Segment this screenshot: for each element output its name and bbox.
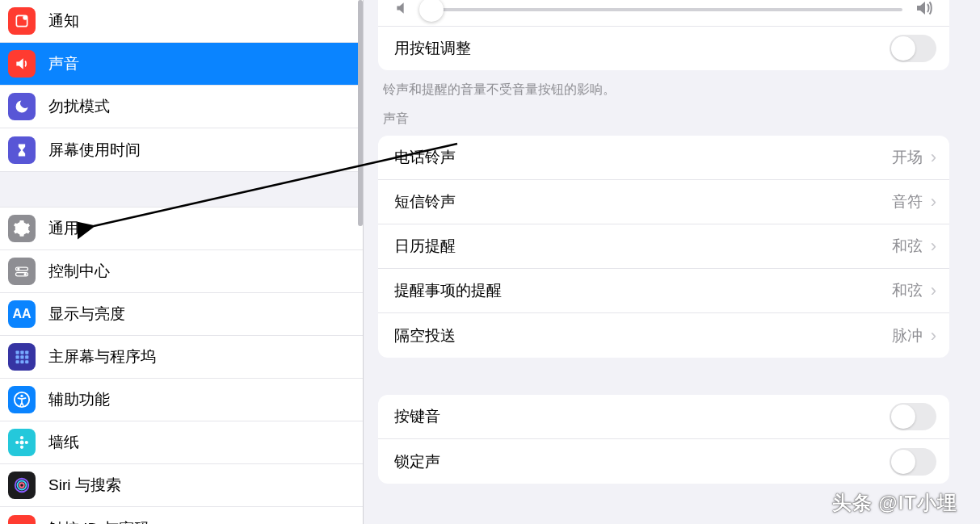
moon-icon bbox=[8, 93, 36, 120]
gear-icon bbox=[8, 215, 36, 242]
chevron-right-icon: › bbox=[931, 147, 936, 168]
svg-point-1 bbox=[23, 15, 27, 20]
svg-rect-6 bbox=[16, 351, 19, 354]
accessibility-icon bbox=[8, 386, 36, 413]
sidebar-item-label: 屏幕使用时间 bbox=[48, 140, 141, 161]
sidebar-item-label: 声音 bbox=[48, 53, 79, 74]
sidebar-item-siri[interactable]: Siri 与搜索 bbox=[0, 464, 363, 507]
settings-sidebar: 通知 声音 勿扰模式 屏幕使用时间 通用 bbox=[0, 0, 364, 524]
toggle-keyboard-clicks[interactable] bbox=[890, 403, 936, 430]
sidebar-item-label: 通知 bbox=[48, 10, 79, 31]
sidebar-item-label: 触控 ID 与密码 bbox=[48, 518, 149, 525]
row-label: 按键音 bbox=[394, 406, 440, 427]
sidebar-item-homescreen[interactable]: 主屏幕与程序坞 bbox=[0, 336, 363, 379]
svg-point-21 bbox=[25, 441, 28, 444]
chevron-right-icon: › bbox=[931, 280, 936, 301]
sidebar-item-label: 控制中心 bbox=[48, 261, 110, 282]
row-reminder-alert[interactable]: 提醒事项的提醒 和弦 › bbox=[378, 269, 949, 313]
sidebar-item-notifications[interactable]: 通知 bbox=[0, 0, 363, 43]
row-label: 锁定声 bbox=[394, 451, 440, 472]
watermark: 头条 @IT小埋 bbox=[832, 490, 957, 516]
row-value: 音符 bbox=[892, 191, 923, 212]
svg-point-17 bbox=[20, 441, 24, 445]
sidebar-item-label: 勿扰模式 bbox=[48, 96, 110, 117]
grid-icon bbox=[8, 343, 36, 371]
svg-point-5 bbox=[24, 273, 27, 275]
volume-slider-thumb[interactable] bbox=[419, 0, 444, 22]
volume-slider-row bbox=[378, 0, 949, 26]
sidebar-item-sound[interactable]: 声音 bbox=[0, 43, 363, 86]
svg-point-16 bbox=[20, 395, 23, 397]
row-lock-sound[interactable]: 锁定声 bbox=[378, 439, 949, 484]
volume-slider[interactable] bbox=[422, 8, 902, 11]
note-volume-buttons: 铃声和提醒的音量不受音量按钮的影响。 bbox=[378, 70, 949, 99]
hourglass-icon bbox=[8, 136, 36, 164]
sidebar-item-wallpaper[interactable]: 墙纸 bbox=[0, 421, 363, 464]
row-label: 日历提醒 bbox=[394, 236, 456, 257]
svg-point-3 bbox=[17, 267, 19, 270]
sidebar-item-label: 显示与亮度 bbox=[48, 304, 125, 325]
row-text-tone[interactable]: 短信铃声 音符 › bbox=[378, 180, 949, 224]
sidebar-item-control-center[interactable]: 控制中心 bbox=[0, 250, 363, 293]
speaker-high-icon bbox=[914, 0, 933, 21]
sidebar-item-display[interactable]: AA 显示与亮度 bbox=[0, 293, 363, 336]
sidebar-scrollbar[interactable] bbox=[358, 0, 363, 226]
fingerprint-icon bbox=[8, 515, 36, 525]
chevron-right-icon: › bbox=[931, 325, 936, 346]
row-ringtone[interactable]: 电话铃声 开场 › bbox=[378, 136, 949, 180]
row-calendar-alert[interactable]: 日历提醒 和弦 › bbox=[378, 224, 949, 269]
row-label: 短信铃声 bbox=[394, 191, 456, 212]
sidebar-item-dnd[interactable]: 勿扰模式 bbox=[0, 86, 363, 128]
row-label: 隔空投送 bbox=[394, 325, 456, 346]
row-value: 脉冲 bbox=[892, 325, 923, 346]
svg-rect-14 bbox=[25, 360, 28, 363]
sidebar-item-label: 辅助功能 bbox=[48, 389, 110, 410]
sidebar-item-label: 墙纸 bbox=[48, 432, 79, 453]
svg-point-23 bbox=[18, 481, 27, 490]
chevron-right-icon: › bbox=[931, 191, 936, 212]
row-airdrop[interactable]: 隔空投送 脉冲 › bbox=[378, 313, 949, 358]
svg-rect-8 bbox=[25, 351, 28, 354]
speaker-icon bbox=[8, 50, 36, 78]
sidebar-item-general[interactable]: 通用 bbox=[0, 208, 363, 250]
row-value: 和弦 bbox=[892, 236, 923, 257]
speaker-low-icon bbox=[394, 0, 410, 19]
svg-rect-7 bbox=[20, 351, 23, 354]
svg-rect-13 bbox=[20, 360, 23, 363]
notification-icon bbox=[8, 7, 36, 35]
row-label: 电话铃声 bbox=[394, 147, 456, 168]
sidebar-item-label: Siri 与搜索 bbox=[48, 475, 121, 496]
row-button-adjust[interactable]: 用按钮调整 bbox=[378, 26, 949, 70]
chevron-right-icon: › bbox=[931, 236, 936, 257]
row-value: 和弦 bbox=[892, 280, 923, 301]
row-label: 用按钮调整 bbox=[394, 38, 471, 59]
svg-rect-11 bbox=[25, 355, 28, 358]
sidebar-item-screentime[interactable]: 屏幕使用时间 bbox=[0, 128, 363, 171]
row-label: 提醒事项的提醒 bbox=[394, 280, 502, 301]
switches-icon bbox=[8, 258, 36, 285]
row-keyboard-clicks[interactable]: 按键音 bbox=[378, 395, 949, 439]
toggle-lock-sound[interactable] bbox=[890, 448, 936, 476]
section-header-sounds: 声音 bbox=[378, 99, 949, 136]
row-value: 开场 bbox=[892, 147, 923, 168]
settings-main: 用按钮调整 铃声和提醒的音量不受音量按钮的影响。 声音 电话铃声 开场 › 短信… bbox=[364, 0, 980, 524]
svg-point-24 bbox=[19, 483, 24, 488]
sidebar-item-accessibility[interactable]: 辅助功能 bbox=[0, 379, 363, 421]
toggle-button-adjust[interactable] bbox=[890, 35, 936, 62]
sidebar-item-label: 主屏幕与程序坞 bbox=[48, 346, 156, 367]
svg-point-18 bbox=[20, 436, 23, 439]
sidebar-item-label: 通用 bbox=[48, 218, 79, 239]
flower-icon bbox=[8, 429, 36, 456]
sidebar-section-gap bbox=[0, 171, 363, 208]
svg-rect-10 bbox=[20, 355, 23, 358]
sidebar-item-touchid[interactable]: 触控 ID 与密码 bbox=[0, 507, 363, 524]
svg-rect-12 bbox=[16, 360, 19, 363]
svg-point-20 bbox=[15, 441, 19, 444]
svg-rect-9 bbox=[16, 355, 19, 358]
siri-icon bbox=[8, 472, 36, 499]
aa-icon: AA bbox=[8, 300, 36, 328]
svg-point-19 bbox=[20, 446, 23, 449]
